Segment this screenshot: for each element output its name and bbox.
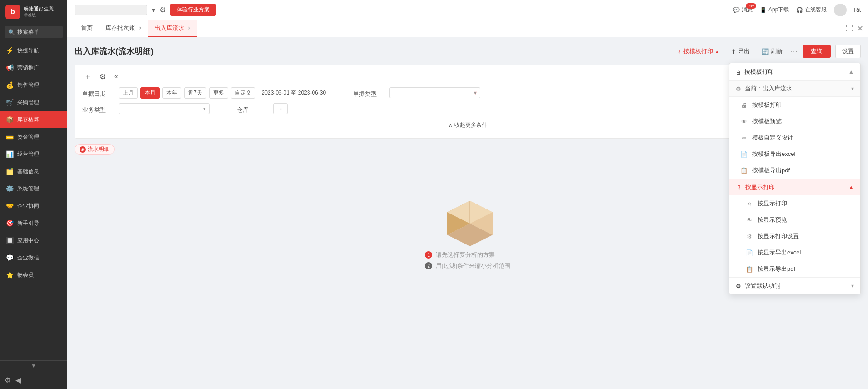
display-print-section-header[interactable]: 🖨 按显示打印 ▲ bbox=[729, 179, 860, 195]
chevron-up-icon: ▲ bbox=[715, 49, 719, 54]
current-template-arrow[interactable]: ▾ bbox=[851, 85, 854, 92]
query-button[interactable]: 查询 bbox=[803, 45, 831, 58]
sidebar-item-system[interactable]: ⚙️ 系统管理 bbox=[0, 180, 67, 197]
sidebar-item-operations[interactable]: 📊 经营管理 bbox=[0, 145, 67, 163]
sidebar-item-inventory[interactable]: 📦 库存核算 bbox=[0, 111, 67, 128]
tab-inventory-batch-close[interactable]: × bbox=[139, 25, 142, 31]
sidebar-item-beginner[interactable]: 🎯 新手引导 bbox=[0, 214, 67, 232]
user-name: Rit bbox=[854, 7, 861, 13]
display-print-icon2: 🖨 bbox=[746, 200, 753, 207]
search-icon: 🔍 bbox=[8, 29, 15, 35]
refresh-button[interactable]: 🔄 刷新 bbox=[758, 45, 786, 57]
page-actions: 🖨 按模板打印 ▲ ⬆ 导出 🔄 刷新 bbox=[672, 45, 861, 58]
collapse-more-button[interactable]: ∧ 收起更多条件 bbox=[446, 119, 490, 132]
app-center-icon: 🔲 bbox=[5, 236, 14, 244]
app-download-button[interactable]: 📱 App下载 bbox=[760, 6, 789, 14]
dropdown-item-template-custom[interactable]: ✏ 模板自定义设计 bbox=[729, 130, 860, 146]
setting-button[interactable]: 设置 bbox=[835, 45, 861, 58]
dropdown-item-template-preview[interactable]: 👁 按模板预览 bbox=[729, 113, 860, 130]
dropdown-item-display-print[interactable]: 🖨 按显示打印 bbox=[729, 195, 860, 212]
date-btn-this-year[interactable]: 本年 bbox=[162, 87, 181, 99]
step-num-1: 1 bbox=[425, 251, 432, 259]
sidebar-item-finance[interactable]: 💳 资金管理 bbox=[0, 128, 67, 145]
tab-inventory-flow-close[interactable]: × bbox=[188, 25, 191, 31]
sidebar-item-enterprise-coop[interactable]: 🤝 企业协同 bbox=[0, 197, 67, 214]
add-filter-button[interactable]: ＋ bbox=[82, 71, 93, 83]
sidebar-item-app-center[interactable]: 🔲 应用中心 bbox=[0, 232, 67, 249]
settings-icon[interactable]: ⚙ bbox=[5, 376, 11, 384]
avatar[interactable] bbox=[834, 4, 847, 16]
dropdown-item-template-pdf[interactable]: 📋 按模板导出pdf bbox=[729, 162, 860, 179]
maximize-icon[interactable]: ⛶ bbox=[846, 25, 853, 33]
flow-tag[interactable]: ◉ 流水明细 bbox=[75, 144, 115, 155]
display-pdf-icon: 📋 bbox=[746, 265, 753, 273]
dropdown-item-display-preview[interactable]: 👁 按显示预览 bbox=[729, 212, 860, 228]
dropdown-item-template-print[interactable]: 🖨 按模板打印 bbox=[729, 97, 860, 113]
preview-icon: 👁 bbox=[740, 118, 748, 125]
message-button[interactable]: 💬 消息 99+ bbox=[733, 6, 753, 14]
date-btn-custom[interactable]: 自定义 bbox=[231, 87, 255, 99]
sidebar-item-quick-nav[interactable]: ⚡ 快捷导航 bbox=[0, 42, 67, 59]
dropdown-item-template-excel[interactable]: 📄 按模板导出excel bbox=[729, 146, 860, 162]
date-range-display: 2023-06-01 至 2023-06-30 bbox=[262, 89, 326, 97]
export-button[interactable]: ⬆ 导出 bbox=[728, 45, 753, 57]
window-controls: ⛶ ✕ bbox=[846, 24, 863, 34]
header-dropdown-button[interactable]: ▾ bbox=[152, 6, 155, 14]
filter-type-select[interactable] bbox=[389, 87, 480, 98]
sidebar-item-enterprise-wechat[interactable]: 💬 企业微信 bbox=[0, 249, 67, 266]
sidebar-item-purchase[interactable]: 🛒 采购管理 bbox=[0, 94, 67, 111]
tab-inventory-batch[interactable]: 库存批次账 × bbox=[99, 20, 148, 37]
template-print-button[interactable]: 🖨 按模板打印 ▲ bbox=[672, 45, 723, 57]
filter-warehouse-label: 仓库 bbox=[237, 103, 264, 114]
sidebar-item-sales[interactable]: 💰 销售管理 bbox=[0, 76, 67, 94]
finance-icon: 💳 bbox=[5, 133, 14, 141]
dropdown-item-display-settings[interactable]: ⚙ 按显示打印设置 bbox=[729, 228, 860, 244]
header-gear-icon[interactable]: ⚙ bbox=[160, 5, 166, 14]
export-icon: ⬆ bbox=[731, 48, 736, 55]
dropdown-item-display-excel[interactable]: 📄 按显示导出excel bbox=[729, 244, 860, 261]
filter-collapse-icon[interactable]: « bbox=[112, 71, 120, 81]
header-right: 💬 消息 99+ 📱 App下载 🎧 在线客服 Rit bbox=[733, 4, 861, 16]
top-header: ▾ ⚙ 体验行业方案 💬 消息 99+ 📱 App下载 🎧 在线客服 bbox=[67, 0, 868, 20]
filter-biz-select-wrap bbox=[119, 103, 210, 114]
date-btn-last-month[interactable]: 上月 bbox=[119, 87, 138, 99]
display-print-icon: 🖨 bbox=[736, 184, 742, 191]
close-window-icon[interactable]: ✕ bbox=[857, 24, 863, 34]
more-options-icon[interactable]: ··· bbox=[791, 47, 798, 55]
search-menu-button[interactable]: 🔍 搜索菜单 bbox=[5, 26, 63, 38]
basic-icon: 🗂️ bbox=[5, 167, 14, 175]
date-btn-this-month[interactable]: 本月 bbox=[140, 87, 160, 99]
dropdown-chevron-up-icon[interactable]: ▲ bbox=[848, 69, 854, 75]
sidebar-item-marketing[interactable]: 📢 营销推广 bbox=[0, 59, 67, 76]
online-service-button[interactable]: 🎧 在线客服 bbox=[796, 6, 827, 14]
marketing-icon: 📢 bbox=[5, 64, 14, 72]
tab-home[interactable]: 首页 bbox=[75, 20, 99, 37]
filter-date-group: 上月 本月 本年 近7天 更多 自定义 2023-06-01 至 2023-06… bbox=[119, 87, 326, 99]
logo-icon: b bbox=[5, 5, 20, 19]
operations-icon: 📊 bbox=[5, 150, 14, 158]
footer-chevron-down-icon: ▾ bbox=[851, 283, 854, 289]
default-icon: ⚙ bbox=[736, 283, 741, 289]
collapse-sidebar-icon[interactable]: ◀ bbox=[15, 376, 21, 384]
sidebar-scroll-down[interactable]: ▼ bbox=[0, 360, 67, 371]
dropdown-footer[interactable]: ⚙ 设置默认功能 ▾ bbox=[729, 278, 860, 294]
tab-inventory-flow[interactable]: 出入库流水 × bbox=[148, 20, 197, 37]
filter-settings-icon[interactable]: ⚙ bbox=[98, 71, 108, 82]
dropdown-item-display-pdf[interactable]: 📋 按显示导出pdf bbox=[729, 261, 860, 277]
current-template-row: ⚙ 当前：出入库流水 ▾ bbox=[729, 81, 860, 97]
download-icon: 📱 bbox=[760, 7, 767, 13]
date-btn-more[interactable]: 更多 bbox=[209, 87, 228, 99]
breadcrumb-input[interactable] bbox=[75, 5, 147, 15]
sidebar-search[interactable]: 🔍 搜索菜单 bbox=[0, 22, 67, 42]
display-print-chevron-up-icon: ▲ bbox=[848, 184, 854, 190]
sidebar-item-membership[interactable]: ⭐ 畅会员 bbox=[0, 266, 67, 284]
industry-btn[interactable]: 体验行业方案 bbox=[170, 4, 216, 16]
header-left: ▾ ⚙ 体验行业方案 bbox=[75, 4, 216, 16]
date-btn-7days[interactable]: 近7天 bbox=[184, 87, 206, 99]
settings2-icon: ⚙ bbox=[736, 85, 741, 92]
app-title: 畅捷通好生意 bbox=[24, 5, 54, 12]
sidebar-item-basic[interactable]: 🗂️ 基础信息 bbox=[0, 163, 67, 180]
enterprise-coop-icon: 🤝 bbox=[5, 202, 14, 210]
filter-biz-select[interactable] bbox=[119, 103, 210, 114]
warehouse-more-button[interactable]: ··· bbox=[273, 103, 288, 114]
